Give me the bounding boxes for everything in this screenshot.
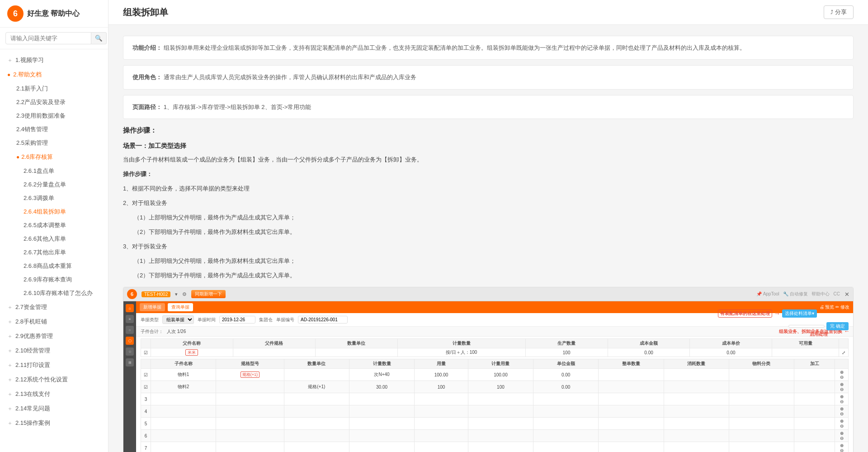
main-header: 组装拆卸单 ⤴ 分享 xyxy=(108,0,868,25)
th-unit: 数量单位 xyxy=(315,339,397,348)
sidebar-item-2.6.6[interactable]: 2.6.6其他入库单 xyxy=(0,232,108,246)
sidebar-item-2.3[interactable]: 2.3使用前数据准备 xyxy=(0,109,108,123)
bth-checkbox xyxy=(141,359,151,369)
share-button[interactable]: ⤴ 分享 xyxy=(824,5,854,19)
child-row-1: ☑ 物料1 规格(+1) 次N+40 100.00 100.00 0.00 xyxy=(141,369,849,381)
bth-child-name: 子件名称 xyxy=(151,359,216,369)
child-row-3: 3⊕ ⊖ xyxy=(141,393,849,405)
th-measure-qty: 计量数量 xyxy=(397,339,525,348)
sidebar-item-2.15[interactable]: ＋ 2.15操作案例 xyxy=(0,416,108,430)
parent-row1-ca: 0.00 xyxy=(608,348,690,357)
child-row3-action[interactable]: ⊕ ⊖ xyxy=(835,393,849,405)
th-checkbox xyxy=(141,339,151,348)
child-row1-action[interactable]: ⊕ ⊖ xyxy=(835,369,849,381)
plus-icon-2.12: ＋ xyxy=(7,376,13,384)
bth-action xyxy=(835,359,849,369)
sidebar-item-2.6[interactable]: ● 2.6库存核算 xyxy=(0,150,108,164)
group-label: 集团仓 xyxy=(259,317,273,323)
sidebar-item-docs[interactable]: ● 2.帮助文档 xyxy=(0,67,108,82)
tab-new-order[interactable]: 新增单据 xyxy=(140,303,165,311)
order-type-select[interactable]: 组装单据 拆卸单据 xyxy=(162,315,194,324)
sidebar-item-2.6.7[interactable]: 2.6.7其他出库单 xyxy=(0,246,108,259)
parent-row1-spec xyxy=(233,348,315,357)
content-area: 功能介绍： 组装拆卸单用来处理企业组装或拆卸等加工业务，支持有固定装配清单的产品… xyxy=(108,25,868,452)
sidebar-item-2.6.3[interactable]: 2.6.3调拨单 xyxy=(0,191,108,205)
search-input[interactable] xyxy=(5,32,91,44)
app-sidebar-icon5: ⊞ xyxy=(126,358,134,366)
parent-row1-checkbox[interactable]: ☑ xyxy=(141,348,151,357)
th-parent-spec: 父件规格 xyxy=(233,339,315,348)
sidebar-item-2.6.4[interactable]: 2.6.4组装拆卸单 xyxy=(0,205,108,219)
sidebar-item-2.10[interactable]: ＋ 2.10经营管理 xyxy=(0,343,108,358)
plus-icon-2.13: ＋ xyxy=(7,390,13,398)
sidebar-item-2.6.2[interactable]: 2.6.2分量盘点单 xyxy=(0,178,108,191)
child-row5-action[interactable]: ⊕ ⊖ xyxy=(835,418,849,430)
sidebar-item-2.14[interactable]: ＋ 2.14常见问题 xyxy=(0,401,108,416)
sidebar-item-2.14-label: 2.14常见问题 xyxy=(15,404,50,413)
sidebar-item-2.1[interactable]: 2.1新手入门 xyxy=(0,82,108,95)
tab-query-order[interactable]: 查询单据 xyxy=(168,303,193,311)
sidebar-item-2.6.1[interactable]: 2.6.1盘点单 xyxy=(0,164,108,178)
bth-category: 物料分类 xyxy=(729,359,794,369)
app-dropdown-icon: ▾ xyxy=(175,291,178,297)
sidebar-item-2.13[interactable]: ＋ 2.13在线支付 xyxy=(0,387,108,401)
bth-total-qty: 整单数量 xyxy=(599,359,664,369)
app-action-icons: 🖨 预览 ✏ 修改 xyxy=(820,304,849,310)
sidebar-item-2.6.8[interactable]: 2.6.8商品成本重算 xyxy=(0,259,108,273)
sidebar-item-2.11[interactable]: ＋ 2.11打印设置 xyxy=(0,358,108,372)
child-row-4: 4⊕ ⊖ xyxy=(141,405,849,418)
sidebar-item-2.6.9[interactable]: 2.6.9库存账本查询 xyxy=(0,273,108,286)
share-icon: ⤴ xyxy=(830,9,833,15)
sidebar-item-video[interactable]: ＋ 1.视频学习 xyxy=(0,53,108,67)
date-input[interactable] xyxy=(219,316,255,324)
child-row1-usage: 100.00 xyxy=(415,369,468,381)
page-title: 组装拆卸单 xyxy=(123,6,168,19)
sidebar-item-2.12[interactable]: ＋ 2.12系统个性化设置 xyxy=(0,372,108,387)
child-row1-cu: 100.00 xyxy=(468,369,533,381)
child-row6-action[interactable]: ⊕ ⊖ xyxy=(835,430,849,442)
sidebar: 6 好生意 帮助中心 🔍 ＋ 1.视频学习 ● 2.帮助文档 2.1新手入门 2… xyxy=(0,0,108,452)
nav-list: ＋ 1.视频学习 ● 2.帮助文档 2.1新手入门 2.2产品安装及登录 2.3… xyxy=(0,49,108,452)
screenshot-container: 6 TEST-H002 ▾ ⚙ 同期新增一下 📌 AppTool 🔧 自动修复 … xyxy=(123,287,854,452)
sidebar-item-2.15-label: 2.15操作案例 xyxy=(15,419,50,427)
scene1-desc: 当由多个子件材料组装成一个成品的业务为【组装】业务，当由一个父件拆分成多个子产品… xyxy=(123,154,854,166)
child-row2-action[interactable]: ⊕ ⊖ xyxy=(835,381,849,393)
sidebar-item-2.4[interactable]: 2.4销售管理 xyxy=(0,123,108,136)
path-text: 1、库存核算->库存管理->组装拆卸单 2、首页->常用功能 xyxy=(164,104,311,110)
bth-usage: 用量 xyxy=(415,359,468,369)
new-order-button[interactable]: 同期新增一下 xyxy=(191,290,226,298)
app-sidebar-icon2: ○ xyxy=(126,326,134,334)
date-label: 单据时间 xyxy=(198,317,216,323)
th-cost-amt: 成本金额 xyxy=(608,339,690,348)
sidebar-item-2.5[interactable]: 2.5采购管理 xyxy=(0,136,108,150)
child-row4-action[interactable]: ⊕ ⊖ xyxy=(835,405,849,418)
minus-icon-2.6: ● xyxy=(16,154,19,160)
order-num-input[interactable] xyxy=(298,316,348,324)
sidebar-item-2.6.5[interactable]: 2.6.5成本调整单 xyxy=(0,219,108,232)
sidebar-item-2.9[interactable]: ＋ 2.9优惠券管理 xyxy=(0,329,108,343)
steps-label: 操作步骤： xyxy=(123,168,854,180)
th-parent-name: 父件名称 xyxy=(151,339,233,348)
child-row1-ua: 0.00 xyxy=(533,369,599,381)
th-avail: 可用量 xyxy=(772,339,839,348)
app-logo: 6 xyxy=(127,289,137,299)
parent-row1-action[interactable]: ⤢ xyxy=(839,348,849,357)
child-row-6: 6⊕ ⊖ xyxy=(141,430,849,442)
sidebar-item-2.7[interactable]: ＋ 2.7资金管理 xyxy=(0,300,108,314)
bom-process-button[interactable]: 选择处料清单▾ xyxy=(782,309,817,318)
step2: 2、对于组装业务 xyxy=(123,197,854,209)
path-label: 页面路径： xyxy=(132,104,162,110)
role-block: 使用角色： 通常由生产人员或库管人员完成拆装业务的操作，库管人员确认原材料的出库… xyxy=(123,65,854,89)
top-table-container: 父件名称 父件规格 数量单位 计量数量 生产数量 成本金额 成本单价 可用量 xyxy=(136,337,853,357)
sidebar-item-2.13-label: 2.13在线支付 xyxy=(15,390,50,398)
sidebar-item-2.8[interactable]: ＋ 2.8手机旺铺 xyxy=(0,314,108,329)
child-row7-action[interactable]: ⊕ ⊖ xyxy=(835,442,849,452)
sidebar-item-2.6.10[interactable]: 2.6.10库存账本错了怎么办 xyxy=(0,286,108,300)
sidebar-item-2.2[interactable]: 2.2产品安装及登录 xyxy=(0,95,108,109)
search-button[interactable]: 🔍 xyxy=(91,32,107,44)
confirm-button[interactable]: 完 确定 xyxy=(826,322,849,330)
main-content: 组装拆卸单 ⤴ 分享 功能介绍： 组装拆卸单用来处理企业组装或拆卸等加工业务，支… xyxy=(108,0,868,452)
bth-consume-qty: 消耗数量 xyxy=(664,359,729,369)
step3-2: （2）下部明细为子件明细，最终作为产成品生成其它入库单。 xyxy=(134,270,854,281)
child-row1-name: 物料1 xyxy=(151,369,216,381)
